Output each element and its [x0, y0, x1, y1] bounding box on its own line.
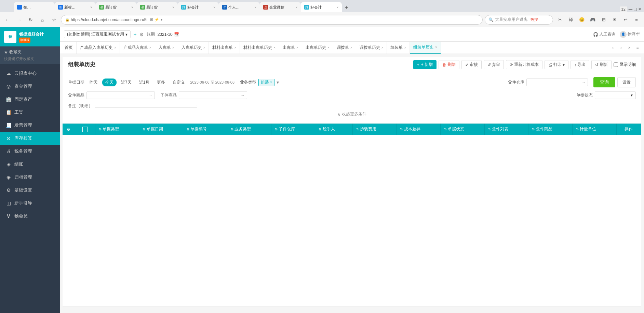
menu-icon[interactable]: ≡ — [632, 15, 641, 25]
emoji-icon[interactable]: 😊 — [577, 15, 587, 25]
forward-button[interactable]: → — [14, 15, 24, 25]
settings-gear-icon[interactable]: ⚙ — [139, 32, 144, 37]
address-bar[interactable]: 🔒 https://cloud.chanjet.com/accounting/u… — [61, 15, 483, 25]
tab-in-history-close[interactable]: × — [203, 46, 205, 49]
tab-home[interactable]: 首页 — [61, 42, 77, 54]
biz-type-tag-close[interactable]: × — [270, 81, 272, 84]
tab-3[interactable]: 易 易订货 × — [96, 2, 137, 12]
date-btn-yesterday[interactable]: 昨天 — [86, 79, 101, 86]
tab-in-history[interactable]: 入库单历史 × — [178, 42, 209, 54]
add-company-btn[interactable]: + — [133, 31, 136, 38]
tab-out-history[interactable]: 出库单历史 × — [302, 42, 333, 54]
translate-icon[interactable]: 译 — [566, 15, 576, 25]
th-settings[interactable]: ⚙ — [63, 124, 75, 135]
tab-6[interactable]: 个 个人… × — [219, 2, 260, 12]
tabs-prev-btn[interactable]: ‹ — [609, 44, 617, 52]
tab-2-close[interactable]: × — [90, 5, 92, 9]
tab-assembly-close[interactable]: × — [404, 46, 406, 49]
sidebar-item-fixed-assets[interactable]: 🏢 固定资产 — [0, 93, 60, 106]
tab-out-order-close[interactable]: × — [296, 46, 298, 49]
th-status[interactable]: ⇅ 单据状态 — [441, 124, 485, 135]
th-cost-diff[interactable]: ⇅ 成本差异 — [397, 124, 441, 135]
sidebar-item-inventory[interactable]: ⊙ 库存核算 — [0, 132, 60, 145]
date-btn-7days[interactable]: 近7天 — [118, 79, 135, 86]
date-btn-today[interactable]: 今天 — [102, 79, 117, 86]
tab-adjust[interactable]: 调拨单 × — [333, 42, 356, 54]
tab-mat-out-close[interactable]: × — [234, 46, 236, 49]
grid-icon[interactable]: ⊞ — [599, 15, 608, 25]
tab-in-order[interactable]: 入库单 × — [155, 42, 178, 54]
tab-8[interactable]: 好 好会计 × — [301, 2, 342, 12]
date-btn-more[interactable]: 更多 — [154, 79, 168, 86]
maximize-btn[interactable]: □ — [634, 6, 636, 12]
address-menu-icon[interactable]: ⊞ — [150, 17, 153, 22]
tab-6-close[interactable]: × — [254, 5, 256, 9]
home-button[interactable]: ⌂ — [38, 15, 47, 25]
tab-prod-in-close[interactable]: × — [149, 46, 151, 49]
unaudit-button[interactable]: ↺ 弃审 — [484, 60, 504, 69]
table-settings-icon[interactable]: ⚙ — [67, 127, 70, 132]
audit-button[interactable]: ✔ 审核 — [461, 60, 482, 69]
sidebar-item-tax[interactable]: 🖨 税务管理 — [0, 145, 60, 158]
tab-7-close[interactable]: × — [295, 5, 297, 9]
delete-button[interactable]: 🗑 删除 — [439, 60, 459, 69]
th-type[interactable]: ⇅ 单据类型 — [95, 124, 139, 135]
sidebar-item-cloud-report[interactable]: ☁ 云报表中心 — [0, 67, 60, 80]
th-biz-type[interactable]: ⇅ 业务类型 — [227, 124, 271, 135]
tab-4-close[interactable]: × — [172, 5, 174, 9]
th-number[interactable]: ⇅ 单据编号 — [183, 124, 227, 135]
tab-mat-out[interactable]: 材料出库单 × — [209, 42, 240, 54]
refresh-button[interactable]: ↺ 刷新 — [591, 60, 612, 69]
tab-prod-in-history[interactable]: 产成品入库单历史 × — [77, 42, 120, 54]
scissors-icon[interactable]: ✂ — [555, 15, 565, 25]
th-date[interactable]: ⇅ 单据日期 — [139, 124, 183, 135]
tab-assembly-history-close[interactable]: × — [435, 45, 437, 49]
new-tab-button[interactable]: + — [342, 3, 351, 12]
favorites-title[interactable]: ★ 收藏夹 — [4, 49, 56, 55]
game-icon[interactable]: 🎮 — [588, 15, 598, 25]
sidebar-item-invoice[interactable]: 🧾 发票管理 — [0, 119, 60, 132]
th-handler[interactable]: ⇅ 经手人 — [315, 124, 352, 135]
th-child-warehouse[interactable]: ⇅ 子件仓库 — [271, 124, 315, 135]
date-btn-1month[interactable]: 近1月 — [136, 79, 153, 86]
add-button[interactable]: + + 新增 — [413, 60, 437, 69]
child-goods-input[interactable]: ··· — [179, 91, 247, 99]
date-btn-custom[interactable]: 自定义 — [170, 79, 188, 86]
sidebar-item-archive[interactable]: ◉ 归档管理 — [0, 171, 60, 184]
tabs-next-btn[interactable]: › — [617, 44, 625, 52]
address-dropdown-icon[interactable]: ▾ — [161, 17, 163, 22]
sidebar-item-fund-mgmt[interactable]: ◎ 资金管理 — [0, 80, 60, 93]
tab-2[interactable]: 新 新标… × — [55, 2, 96, 12]
minimize-btn[interactable]: ─ — [629, 6, 632, 12]
th-unit[interactable]: ⇅ 计量单位 — [573, 124, 617, 135]
th-parent-goods[interactable]: ⇅ 父件商品 — [528, 124, 573, 135]
tab-1[interactable]: 在… — [14, 2, 55, 12]
tab-adjust-history-close[interactable]: × — [381, 46, 384, 49]
parent-goods-input[interactable]: ··· — [86, 91, 155, 99]
select-all-checkbox[interactable] — [82, 127, 88, 132]
sidebar-item-member[interactable]: V 畅会员 — [0, 210, 60, 223]
note-input[interactable] — [95, 105, 197, 108]
sidebar-item-settlement[interactable]: ◈ 结账 — [0, 158, 60, 171]
tab-out-history-close[interactable]: × — [327, 46, 330, 49]
tab-5-close[interactable]: × — [213, 5, 215, 9]
status-select[interactable]: ▾ — [595, 91, 636, 99]
show-detail-checkbox[interactable] — [614, 62, 618, 67]
period-value[interactable]: 2021-10 📅 — [158, 32, 179, 37]
tab-assembly-history[interactable]: 组装单历史 × — [410, 42, 441, 54]
tab-in-order-close[interactable]: × — [172, 46, 174, 49]
tab-adjust-history[interactable]: 调拨单历史 × — [356, 42, 387, 54]
company-selector[interactable]: (勿删勿禁用) 江西服宝测试专用 ▾ — [64, 30, 131, 38]
sidebar-item-salary[interactable]: 📋 工资 — [0, 106, 60, 119]
bookmark-button[interactable]: ☆ — [49, 15, 59, 25]
th-parent-list[interactable]: ⇅ 父件列表 — [484, 124, 528, 135]
th-checkbox[interactable] — [75, 124, 95, 135]
tab-mat-out-history[interactable]: 材料出库单历史 × — [240, 42, 279, 54]
query-button[interactable]: 查询 — [593, 77, 615, 87]
th-disassemble-fee[interactable]: ⇅ 拆装费用 — [352, 124, 397, 135]
tab-5[interactable]: 好 好会计 × — [178, 2, 219, 12]
tab-adjust-close[interactable]: × — [350, 46, 352, 49]
favorites-hint[interactable]: 快捷键打开收藏夹 — [4, 56, 56, 61]
parent-warehouse-input[interactable]: ··· — [526, 79, 588, 86]
tabs-close-btn[interactable]: × — [626, 44, 633, 52]
